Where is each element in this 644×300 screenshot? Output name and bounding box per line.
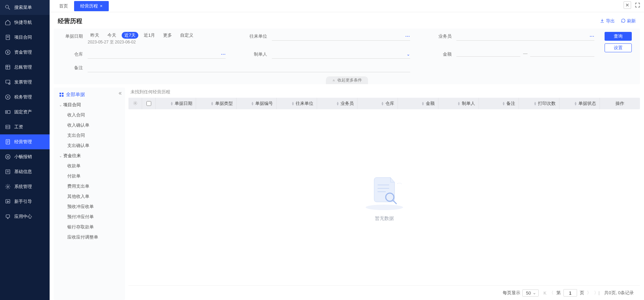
refresh-button[interactable]: 刷新: [621, 18, 636, 24]
panel-collapse-button[interactable]: [118, 91, 122, 97]
sort-icon[interactable]: ▲▼: [502, 101, 505, 106]
sort-icon[interactable]: ▲▼: [457, 101, 460, 106]
tab-1[interactable]: 经营历程×: [74, 1, 109, 11]
export-button[interactable]: 导出: [600, 18, 615, 24]
fullscreen-icon[interactable]: [633, 1, 642, 9]
svg-marker-28: [7, 201, 9, 203]
table-column-header[interactable]: ▲▼单据编号: [237, 98, 277, 109]
doc-leaf[interactable]: 支出确认单: [54, 140, 125, 151]
sort-icon[interactable]: ▲▼: [534, 101, 537, 106]
svg-rect-33: [62, 93, 64, 94]
sidebar-item-4[interactable]: 总账管理: [0, 60, 50, 75]
pager-last-button[interactable]: 〉|: [594, 290, 599, 296]
filter-remark-input[interactable]: [88, 63, 410, 72]
doc-leaf[interactable]: 付款单: [54, 171, 125, 181]
sidebar-item-2[interactable]: 项目合同: [0, 30, 50, 45]
date-chip[interactable]: 更多: [160, 32, 175, 39]
pager-next-button[interactable]: 〉: [587, 290, 591, 296]
doc-leaf[interactable]: 预收冲应收单: [54, 202, 125, 212]
pager-prev-button[interactable]: 〈: [549, 290, 554, 296]
sidebar-item-7[interactable]: 固定资产: [0, 105, 50, 119]
sort-icon[interactable]: ▲▼: [170, 101, 173, 106]
query-button[interactable]: 查询: [605, 32, 632, 41]
doc-group-label: 项目合同: [63, 102, 81, 108]
table-column-label: 打印次数: [538, 100, 556, 107]
sidebar-item-label: 小畅报销: [14, 154, 32, 160]
sidebar-item-6[interactable]: 税务管理: [0, 90, 50, 105]
doc-leaf[interactable]: 收入确认单: [54, 120, 125, 130]
doc-leaf[interactable]: 预付冲应付单: [54, 212, 125, 222]
filter-amount-from-input[interactable]: [456, 50, 521, 57]
doc-leaf[interactable]: 支出合同: [54, 130, 125, 140]
collapse-filter-button[interactable]: 收起更多条件: [326, 76, 368, 84]
doc-group-header[interactable]: ⌄项目合同: [54, 100, 125, 110]
gear-icon: [133, 101, 138, 107]
sort-icon[interactable]: ▲▼: [421, 101, 424, 106]
sidebar-item-12[interactable]: 系统管理: [0, 179, 50, 194]
table-column-header[interactable]: ▲▼业务员: [317, 98, 358, 109]
sidebar-item-10[interactable]: 小畅报销: [0, 149, 50, 164]
table-column-header[interactable]: ▲▼备注: [479, 98, 519, 109]
table-column-header[interactable]: 操作: [600, 98, 640, 109]
sidebar-item-13[interactable]: 新手引导: [0, 194, 50, 209]
filter-warehouse-input[interactable]: ···: [88, 50, 226, 59]
date-chip[interactable]: 近1月: [141, 32, 158, 39]
table-column-header[interactable]: ▲▼往来单位: [277, 98, 317, 109]
table-column-header[interactable]: ▲▼金额: [398, 98, 438, 109]
pager-total-text: 共0页, 0条记录: [604, 290, 634, 296]
pager-page-input[interactable]: [563, 289, 577, 297]
sort-icon[interactable]: ▲▼: [381, 101, 384, 106]
settings-button[interactable]: 设置: [605, 43, 632, 52]
sidebar-item-3[interactable]: 资金管理: [0, 45, 50, 60]
sidebar-item-5[interactable]: 发票管理: [0, 75, 50, 90]
sidebar-item-1[interactable]: 快捷导航: [0, 15, 50, 30]
all-docs-label: 全部单据: [66, 92, 85, 98]
tab-0[interactable]: 首页: [53, 1, 74, 11]
close-icon[interactable]: ×: [100, 1, 103, 11]
sort-icon[interactable]: ▲▼: [574, 101, 577, 106]
date-chip[interactable]: 昨天: [88, 32, 102, 39]
filter-partner-input[interactable]: ···: [272, 32, 410, 41]
sort-icon[interactable]: ▲▼: [336, 101, 339, 106]
filter-date-label: 单据日期: [62, 32, 88, 41]
table-column-header[interactable]: ▲▼单据日期: [156, 98, 196, 109]
doc-leaf[interactable]: 收入合同: [54, 110, 125, 120]
select-all-checkbox[interactable]: [146, 101, 151, 106]
sort-icon[interactable]: ▲▼: [211, 101, 214, 106]
date-chip[interactable]: 今天: [105, 32, 119, 39]
table-column-header[interactable]: ▲▼制单人: [438, 98, 479, 109]
sidebar-item-9[interactable]: 经营管理: [0, 134, 50, 149]
filter-amount-to-input[interactable]: [530, 50, 594, 57]
filter-salesman-input[interactable]: ···: [456, 32, 594, 41]
doc-leaf[interactable]: 收款单: [54, 161, 125, 171]
sidebar-item-14[interactable]: 应用中心: [0, 209, 50, 224]
date-chip[interactable]: 近7天: [122, 32, 138, 39]
table-column-header[interactable]: ▲▼仓库: [358, 98, 398, 109]
page-size-select[interactable]: 50: [522, 289, 539, 297]
more-dots-icon[interactable]: ···: [221, 52, 226, 57]
table-column-header[interactable]: ▲▼单据状态: [559, 98, 600, 109]
more-dots-icon[interactable]: ···: [590, 34, 594, 39]
sidebar-item-8[interactable]: 工资: [0, 119, 50, 134]
sort-icon[interactable]: ▲▼: [251, 101, 254, 106]
pager-first-button[interactable]: K: [543, 290, 546, 296]
sort-icon[interactable]: ▲▼: [291, 101, 294, 106]
doc-leaf[interactable]: 应收应付调整单: [54, 232, 125, 242]
table-column-header[interactable]: ▲▼打印次数: [519, 98, 559, 109]
sidebar-item-0[interactable]: 搜索菜单: [0, 0, 50, 15]
svg-line-1: [8, 8, 10, 10]
doc-leaf[interactable]: 费用支出单: [54, 181, 125, 191]
doc-group-header[interactable]: ⌄资金往来: [54, 151, 125, 161]
date-chip[interactable]: 自定义: [177, 32, 196, 39]
table-column-header[interactable]: ▲▼单据类型: [196, 98, 237, 109]
close-tab-button[interactable]: ✕: [624, 1, 631, 9]
sidebar-item-11[interactable]: 基础信息: [0, 164, 50, 179]
doc-leaf[interactable]: 其他收入单: [54, 191, 125, 202]
all-docs-button[interactable]: 全部单据: [54, 92, 125, 100]
more-dots-icon[interactable]: ···: [405, 34, 410, 39]
tab-label: 经营历程: [80, 1, 98, 11]
table-settings-header[interactable]: [128, 98, 142, 109]
filter-creator-select[interactable]: ⌄: [272, 50, 410, 59]
table-select-all-header[interactable]: [142, 98, 156, 109]
doc-leaf[interactable]: 银行存取款单: [54, 222, 125, 232]
